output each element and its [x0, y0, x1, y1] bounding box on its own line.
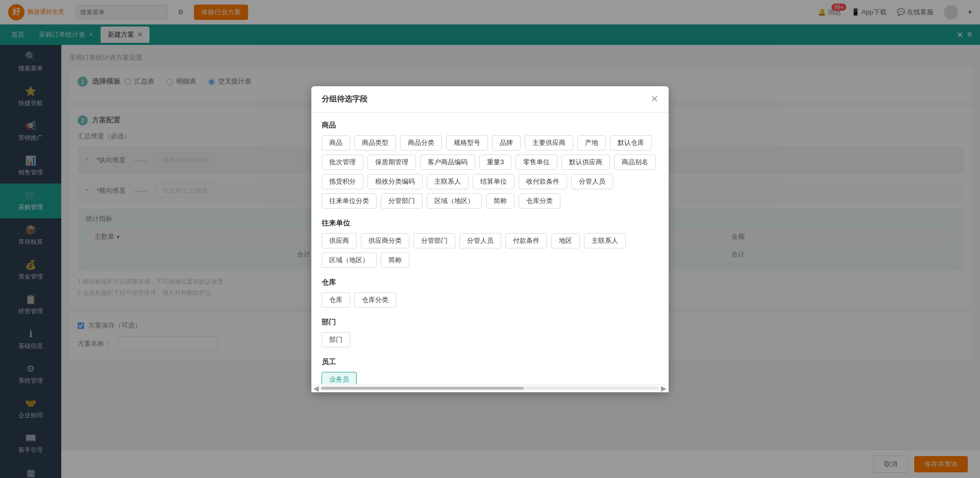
modal-close-button[interactable]: ✕: [651, 94, 658, 104]
section-employee-fields: 业务员: [322, 372, 658, 384]
section-partner-fields: 供应商 供应商分类 分管部门 分管人员 付款条件 地区 主联系人 区域（地区） …: [322, 233, 658, 268]
field-tag[interactable]: 收付款条件: [519, 174, 567, 189]
field-tag[interactable]: 结算单位: [473, 174, 514, 189]
field-tag[interactable]: 产地: [577, 135, 606, 150]
section-warehouse-title: 仓库: [322, 278, 658, 287]
section-department-title: 部门: [322, 318, 658, 327]
scroll-left-arrow[interactable]: ◀: [313, 384, 319, 392]
field-tag[interactable]: 税收分类编码: [368, 174, 423, 189]
modal-scroll-bar[interactable]: ◀ ▶: [311, 384, 669, 392]
field-tag[interactable]: 分管部门: [381, 193, 423, 209]
modal-body: 商品 商品 商品类型 商品分类 规格型号 品牌 主要供应商 产地 默认仓库 批次…: [311, 113, 669, 384]
field-tag[interactable]: 地区: [551, 233, 580, 248]
field-tag[interactable]: 商品别名: [614, 155, 656, 170]
field-tag[interactable]: 区域（地区）: [427, 193, 482, 209]
field-tag[interactable]: 仓库分类: [519, 193, 560, 209]
section-partner: 往来单位 供应商 供应商分类 分管部门 分管人员 付款条件 地区 主联系人 区域…: [322, 219, 658, 268]
field-tag[interactable]: 拣货积分: [322, 174, 363, 189]
field-tag[interactable]: 分管人员: [571, 174, 613, 189]
field-tag[interactable]: 品牌: [492, 135, 521, 150]
section-department-fields: 部门: [322, 332, 658, 347]
modal: 分组待选字段 ✕ 商品 商品 商品类型 商品分类 规格型号 品牌 主要供应商 产…: [311, 86, 669, 392]
field-tag[interactable]: 往来单位分类: [322, 193, 377, 209]
field-tag[interactable]: 批次管理: [322, 155, 363, 170]
modal-overlay[interactable]: 分组待选字段 ✕ 商品 商品 商品类型 商品分类 规格型号 品牌 主要供应商 产…: [0, 0, 980, 478]
field-tag[interactable]: 默认供应商: [561, 155, 610, 170]
field-tag[interactable]: 分管部门: [413, 233, 455, 248]
field-tag-selected[interactable]: 业务员: [322, 372, 357, 384]
field-tag[interactable]: 付款条件: [505, 233, 547, 248]
scroll-track: [321, 387, 659, 390]
field-tag[interactable]: 区域（地区）: [322, 253, 377, 268]
section-warehouse: 仓库 仓库 仓库分类: [322, 278, 658, 308]
scroll-thumb: [321, 387, 524, 390]
section-goods: 商品 商品 商品类型 商品分类 规格型号 品牌 主要供应商 产地 默认仓库 批次…: [322, 121, 658, 209]
field-tag[interactable]: 默认仓库: [610, 135, 652, 150]
field-tag[interactable]: 重量3: [479, 155, 511, 170]
modal-title: 分组待选字段: [322, 94, 368, 104]
field-tag[interactable]: 主联系人: [427, 174, 469, 189]
field-tag[interactable]: 供应商: [322, 233, 357, 248]
field-tag[interactable]: 客户商品编码: [420, 155, 475, 170]
field-tag[interactable]: 分管人员: [459, 233, 501, 248]
field-tag[interactable]: 商品分类: [400, 135, 442, 150]
section-employee-title: 员工: [322, 358, 658, 367]
section-employee: 员工 业务员: [322, 358, 658, 384]
field-tag[interactable]: 简称: [381, 253, 409, 268]
section-goods-title: 商品: [322, 121, 658, 130]
section-department: 部门 部门: [322, 318, 658, 347]
field-tag[interactable]: 主联系人: [584, 233, 626, 248]
field-tag[interactable]: 仓库: [322, 292, 350, 308]
field-tag[interactable]: 主要供应商: [525, 135, 573, 150]
field-tag[interactable]: 简称: [486, 193, 514, 209]
field-tag[interactable]: 保质期管理: [368, 155, 416, 170]
field-tag[interactable]: 零售单位: [516, 155, 557, 170]
field-tag[interactable]: 部门: [322, 332, 350, 347]
field-tag[interactable]: 商品类型: [354, 135, 396, 150]
field-tag[interactable]: 商品: [322, 135, 350, 150]
section-partner-title: 往来单位: [322, 219, 658, 228]
scroll-right-arrow[interactable]: ▶: [661, 384, 667, 392]
section-warehouse-fields: 仓库 仓库分类: [322, 292, 658, 308]
field-tag[interactable]: 供应商分类: [361, 233, 409, 248]
field-tag[interactable]: 规格型号: [446, 135, 488, 150]
field-tag[interactable]: 仓库分类: [354, 292, 396, 308]
modal-header: 分组待选字段 ✕: [311, 86, 669, 113]
section-goods-fields: 商品 商品类型 商品分类 规格型号 品牌 主要供应商 产地 默认仓库 批次管理 …: [322, 135, 658, 209]
